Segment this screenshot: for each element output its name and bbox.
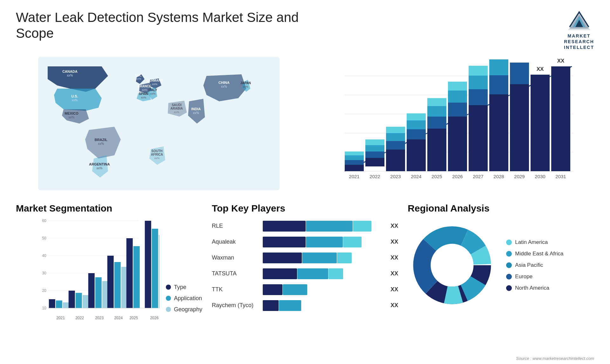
player-value-ttk: XX: [390, 286, 398, 293]
svg-text:CANADA: CANADA: [62, 70, 78, 73]
svg-text:ARABIA: ARABIA: [171, 107, 183, 110]
svg-rect-125: [107, 256, 114, 308]
player-value-waxman: XX: [390, 254, 398, 261]
dot-asia-pacific: [506, 262, 512, 268]
svg-text:xx%: xx%: [243, 85, 248, 88]
world-map-svg: CANADA xx% U.S. xx% MEXICO xx% BRAZIL xx…: [16, 57, 302, 190]
player-value-raychem: XX: [390, 302, 398, 309]
svg-text:2026: 2026: [150, 316, 159, 320]
player-row-ttk: TTK XX: [212, 284, 398, 295]
svg-text:xx%: xx%: [193, 111, 199, 115]
legend-dot-geography: [166, 307, 171, 312]
svg-text:xx%: xx%: [154, 157, 159, 160]
svg-text:30: 30: [42, 271, 46, 275]
header: Water Leak Detection Systems Market Size…: [16, 10, 594, 51]
svg-rect-71: [427, 106, 446, 117]
segmentation-section: Market Segmentation 60 50 40: [16, 203, 202, 326]
svg-text:2023: 2023: [390, 174, 401, 179]
bar-seg-mid: [302, 253, 336, 263]
legend-latin-america: Latin America: [506, 239, 563, 246]
legend-europe: Europe: [506, 273, 563, 280]
svg-text:2025: 2025: [129, 316, 138, 320]
player-value-aqualeak: XX: [390, 239, 398, 245]
player-value-rle: XX: [390, 223, 398, 229]
bar-chart-section: XX 2021 XX 2022 XX 2023: [308, 57, 594, 197]
svg-rect-132: [145, 221, 151, 308]
legend-asia-pacific: Asia Pacific: [506, 262, 563, 268]
svg-rect-77: [448, 91, 467, 103]
svg-rect-60: [386, 127, 405, 133]
key-players-title: Top Key Players: [212, 203, 398, 214]
regional-section: Regional Analysis: [408, 203, 594, 326]
svg-rect-114: [56, 300, 62, 308]
svg-text:2026: 2026: [452, 174, 463, 179]
svg-text:SOUTH: SOUTH: [152, 149, 163, 153]
svg-text:2024: 2024: [114, 316, 123, 320]
svg-rect-54: [365, 139, 384, 145]
bar-seg-mid: [283, 284, 307, 295]
svg-text:xx%: xx%: [221, 85, 227, 88]
svg-rect-52: [365, 152, 384, 158]
svg-rect-78: [448, 82, 467, 91]
svg-text:SPAIN: SPAIN: [139, 92, 148, 96]
svg-text:CHINA: CHINA: [219, 81, 230, 84]
svg-rect-69: [427, 129, 446, 171]
label-latin-america: Latin America: [515, 239, 548, 246]
player-name-ttk: TTK: [212, 286, 260, 293]
svg-text:xx%: xx%: [69, 116, 75, 119]
player-name-raychem: Raychem (Tyco): [212, 302, 260, 309]
svg-text:2030: 2030: [535, 174, 545, 179]
legend-geography: Geography: [166, 306, 202, 313]
key-players-section: Top Key Players RLE XX Aqualeak: [212, 203, 398, 326]
players-list: RLE XX Aqualeak XX: [212, 221, 398, 311]
legend-label-type: Type: [174, 284, 186, 291]
legend-dot-application: [166, 296, 171, 301]
svg-text:xx%: xx%: [150, 92, 155, 95]
seg-chart-svg: 60 50 40 30 20 10 2021: [16, 218, 159, 326]
player-value-tatsuta: XX: [390, 270, 398, 277]
page-title: Water Leak Detection Systems Market Size…: [16, 10, 302, 42]
donut-chart: [408, 221, 497, 310]
svg-text:50: 50: [42, 236, 46, 240]
bar-seg-mid: [279, 300, 301, 311]
svg-text:xx%: xx%: [136, 77, 141, 80]
svg-text:xx%: xx%: [98, 142, 104, 145]
svg-rect-96: [531, 75, 550, 171]
player-row-rle: RLE XX: [212, 221, 398, 232]
svg-text:2028: 2028: [493, 174, 504, 179]
bar-seg-light: [329, 268, 343, 279]
svg-text:10: 10: [42, 306, 46, 310]
svg-rect-64: [407, 129, 426, 139]
svg-rect-72: [427, 98, 446, 106]
svg-text:INDIA: INDIA: [191, 107, 201, 111]
svg-text:xx%: xx%: [72, 98, 78, 102]
svg-rect-63: [407, 139, 426, 171]
svg-text:20: 20: [42, 288, 46, 293]
svg-text:2022: 2022: [369, 174, 380, 179]
svg-text:SAUDI: SAUDI: [172, 103, 181, 107]
label-asia-pacific: Asia Pacific: [515, 262, 543, 268]
svg-text:GERMANY: GERMANY: [146, 79, 163, 82]
regional-content: Latin America Middle East & Africa Asia …: [408, 221, 594, 310]
player-bar-rle: [263, 221, 386, 232]
bar-seg-dark: [263, 253, 302, 263]
svg-rect-88: [489, 75, 508, 94]
svg-text:U.K.: U.K.: [135, 74, 142, 77]
player-row-raychem: Raychem (Tyco) XX: [212, 300, 398, 311]
logo-text: MARKET RESEARCH INTELLECT: [564, 33, 594, 51]
svg-rect-122: [95, 277, 102, 308]
legend-label-application: Application: [174, 295, 202, 302]
regional-legend: Latin America Middle East & Africa Asia …: [506, 239, 563, 291]
svg-rect-129: [126, 238, 133, 308]
svg-rect-113: [49, 299, 55, 308]
player-bar-aqualeak: [263, 237, 386, 247]
bar-seg-dark: [263, 300, 279, 311]
legend-middle-east: Middle East & Africa: [506, 251, 563, 257]
svg-rect-89: [489, 59, 508, 75]
bar-seg-light: [343, 237, 362, 247]
svg-text:ARGENTINA: ARGENTINA: [89, 162, 110, 166]
segmentation-title: Market Segmentation: [16, 203, 202, 214]
svg-rect-47: [345, 155, 364, 160]
svg-rect-57: [386, 150, 405, 171]
svg-rect-76: [448, 103, 467, 117]
